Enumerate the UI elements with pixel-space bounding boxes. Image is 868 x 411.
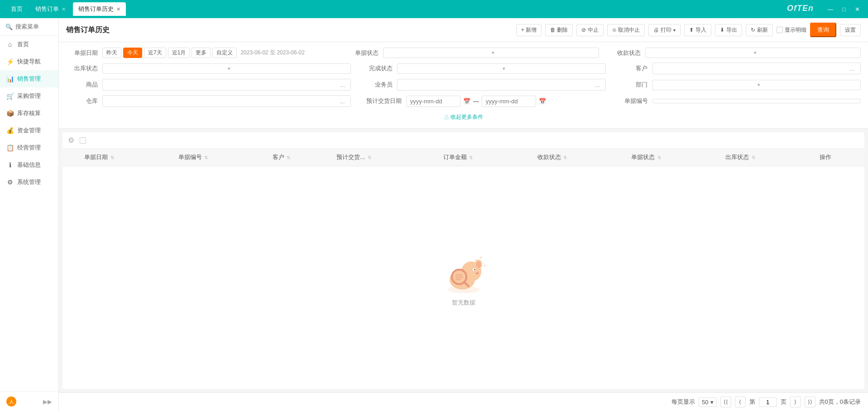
sidebar-item-basic[interactable]: ℹ 基础信息 xyxy=(0,156,58,174)
print-icon: 🖨 xyxy=(653,27,659,33)
page-size-select[interactable]: 50 ▾ xyxy=(699,397,716,407)
cancel-stop-button[interactable]: ⊙ 取消中止 xyxy=(607,24,645,36)
sidebar-expand-icon[interactable]: ▶▶ xyxy=(43,398,52,405)
shipment-status-select[interactable]: ▾ xyxy=(102,63,351,74)
top-bar: 首页 销售订单 ✕ 销售订单历史 ✕ OfTEn — □ ✕ xyxy=(0,0,868,18)
product-field[interactable]: ... xyxy=(102,79,351,91)
customer-label: 客户 xyxy=(620,64,652,73)
sidebar-item-finance[interactable]: 💰 资金管理 xyxy=(0,122,58,139)
brand-logo: OfTEn xyxy=(787,4,814,13)
page-title: 销售订单历史 xyxy=(66,25,110,35)
tab-sales-order-close[interactable]: ✕ xyxy=(62,6,66,12)
page-next-btn[interactable]: ⟩ xyxy=(790,396,801,407)
completion-status-arrow: ▾ xyxy=(503,66,602,72)
date-yesterday-btn[interactable]: 昨天 xyxy=(102,48,121,58)
customer-field[interactable]: ... xyxy=(652,63,861,74)
sidebar-item-system[interactable]: ⚙ 系统管理 xyxy=(0,174,58,191)
date-custom-btn[interactable]: 自定义 xyxy=(212,48,237,58)
sidebar-item-purchase[interactable]: 🛒 采购管理 xyxy=(0,87,58,105)
delete-button[interactable]: 🗑 删除 xyxy=(545,24,573,36)
sidebar-item-home[interactable]: ⌂ 首页 xyxy=(0,36,58,53)
col-status[interactable]: 单据状态 ⇅ xyxy=(628,149,722,166)
date-field: 昨天 今天 近7天 近1月 更多 自定义 2023-06-02 至 2023-0… xyxy=(102,48,351,58)
purchase-icon: 🛒 xyxy=(6,92,14,100)
user-avatar[interactable]: 人 xyxy=(6,396,16,406)
filter-row-2: 出库状态 ▾ 完成状态 ▾ 客户 ... xyxy=(66,63,861,74)
empty-state: ✦ ✦ ✦ 暂无数据 xyxy=(62,166,864,389)
empty-text: 暂无数据 xyxy=(452,299,475,307)
sidebar-item-inventory[interactable]: 📦 库存核算 xyxy=(0,105,58,122)
order-number-field[interactable] xyxy=(652,99,861,103)
date-last7-btn[interactable]: 近7天 xyxy=(144,48,166,58)
import-button[interactable]: ⬆ 导入 xyxy=(684,24,711,36)
date-range-text: 2023-06-02 至 2023-06-02 xyxy=(240,49,304,57)
delivery-date-start-calendar[interactable]: 📅 xyxy=(463,98,470,105)
product-dots[interactable]: ... xyxy=(338,81,347,88)
sort-payment-icon: ⇅ xyxy=(563,155,567,160)
new-button[interactable]: + 新增 xyxy=(516,24,542,36)
warehouse-field[interactable]: ... xyxy=(102,95,351,107)
finance-icon: 💰 xyxy=(6,127,14,134)
collapse-more[interactable]: △ 收起更多条件 xyxy=(66,111,861,123)
col-delivery[interactable]: 预计交货... ⇅ xyxy=(333,149,439,166)
toolbar: + 新增 🗑 删除 ⊘ 中止 ⊙ 取消中止 🖨 🖨 打印 打印 ▾ ⬆ 导入 ⬇… xyxy=(516,23,861,37)
salesperson-field[interactable]: ... xyxy=(397,79,606,91)
salesperson-dots[interactable]: ... xyxy=(593,81,602,88)
date-today-btn[interactable]: 今天 xyxy=(123,48,142,58)
delivery-date-start-input[interactable] xyxy=(406,96,460,107)
window-minimize[interactable]: — xyxy=(825,6,836,13)
page-label: 页 xyxy=(781,398,786,406)
sort-delivery-icon: ⇅ xyxy=(368,155,371,160)
table-checkbox[interactable] xyxy=(80,137,86,144)
warehouse-dots[interactable]: ... xyxy=(338,97,347,105)
basic-icon: ℹ xyxy=(6,161,14,169)
col-date[interactable]: 单据日期 ⇅ xyxy=(81,149,175,166)
col-shipment[interactable]: 出库状态 ⇅ xyxy=(722,149,816,166)
order-status-select[interactable]: ▾ xyxy=(383,48,599,58)
tab-sales-order-history-close[interactable]: ✕ xyxy=(116,6,120,12)
stop-button[interactable]: ⊘ 中止 xyxy=(576,24,603,36)
payment-status-select[interactable]: ▾ xyxy=(645,48,861,58)
col-payment[interactable]: 收款状态 ⇅ xyxy=(534,149,628,166)
department-select[interactable]: ▾ xyxy=(652,80,861,90)
page-last-btn[interactable]: ⟩⟩ xyxy=(805,396,815,407)
delivery-date-end-input[interactable] xyxy=(482,96,536,107)
svg-point-6 xyxy=(474,269,475,270)
window-maximize[interactable]: □ xyxy=(839,6,849,13)
sidebar-search[interactable]: 🔍 搜索菜单 xyxy=(0,18,58,36)
query-button[interactable]: 查询 xyxy=(810,23,836,37)
tab-home[interactable]: 首页 xyxy=(5,2,28,16)
print-button[interactable]: 🖨 🖨 打印 打印 ▾ xyxy=(648,24,681,36)
tab-sales-order[interactable]: 销售订单 ✕ xyxy=(30,2,71,16)
completion-status-select[interactable]: ▾ xyxy=(397,63,606,74)
date-last1m-btn[interactable]: 近1月 xyxy=(168,48,190,58)
show-detail-checkbox[interactable] xyxy=(777,27,783,33)
filter-row-4: 仓库 ... 预计交货日期 📅 — 📅 单据编号 xyxy=(66,95,861,107)
date-more-btn[interactable]: 更多 xyxy=(192,48,211,58)
export-button[interactable]: ⬇ 导出 xyxy=(715,24,742,36)
show-detail-label[interactable]: 显示明细 xyxy=(777,26,806,34)
settings-button[interactable]: 设置 xyxy=(840,24,861,36)
window-close[interactable]: ✕ xyxy=(852,6,863,13)
filter-row-1: 单据日期 昨天 今天 近7天 近1月 更多 自定义 2023-06-02 至 2… xyxy=(66,48,861,58)
col-amount[interactable]: 订单金额 ⇅ xyxy=(440,149,534,166)
col-number[interactable]: 单据编号 ⇅ xyxy=(175,149,269,166)
page-first-btn[interactable]: ⟨⟨ xyxy=(720,396,731,407)
page-size-arrow: ▾ xyxy=(710,399,714,406)
order-status-arrow: ▾ xyxy=(492,50,595,56)
col-customer[interactable]: 客户 ⇅ xyxy=(269,149,333,166)
tab-sales-order-history[interactable]: 销售订单历史 ✕ xyxy=(73,2,126,16)
table-settings-icon[interactable]: ⚙ xyxy=(68,136,74,145)
delivery-date-end-calendar[interactable]: 📅 xyxy=(539,98,546,105)
table-header: 单据日期 ⇅ 单据编号 ⇅ 客户 ⇅ xyxy=(62,149,864,166)
sidebar-item-quick-nav[interactable]: ⚡ 快捷导航 xyxy=(0,53,58,70)
customer-dots[interactable]: ... xyxy=(848,65,857,72)
shipment-status-arrow: ▾ xyxy=(228,66,347,72)
refresh-button[interactable]: ↻ 刷新 xyxy=(746,24,773,36)
sidebar-item-sales[interactable]: 📊 销售管理 xyxy=(0,70,58,87)
export-icon: ⬇ xyxy=(720,27,724,33)
page-number-input[interactable] xyxy=(759,397,777,407)
sidebar-item-business[interactable]: 📋 经营管理 xyxy=(0,139,58,156)
sales-icon: 📊 xyxy=(6,75,14,82)
page-prev-btn[interactable]: ⟨ xyxy=(735,396,746,407)
